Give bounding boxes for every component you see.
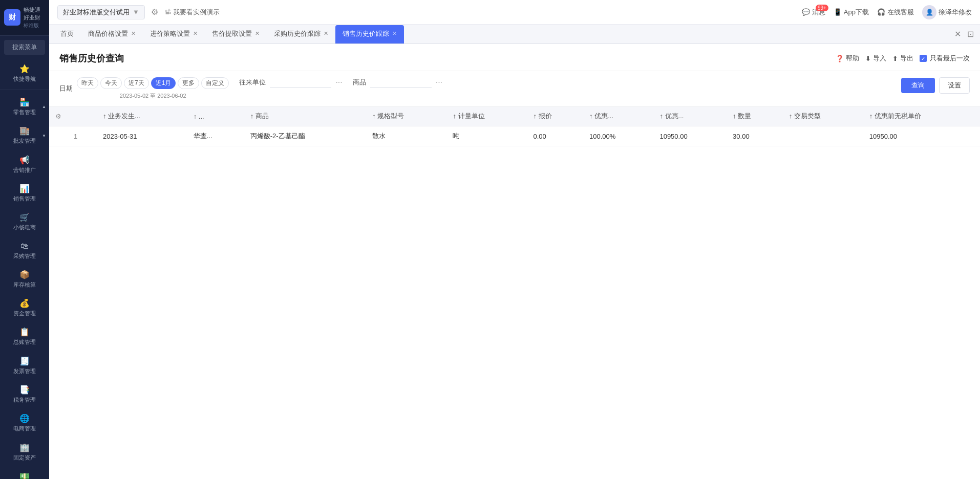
sidebar-item-ecommerce-small[interactable]: 🛒 小畅电商 — [0, 207, 49, 236]
only-last-label: 只看最后一次 — [930, 54, 970, 63]
ecommerce-small-label: 小畅电商 — [13, 224, 36, 231]
tab-home-label: 首页 — [60, 29, 74, 38]
sidebar-item-salary[interactable]: 💵 工资 — [0, 466, 49, 479]
th-more-label: ↑ ... — [194, 113, 204, 120]
th-unit[interactable]: ↑ 计量单位 — [446, 106, 527, 126]
only-last-checkbox[interactable]: ✓ — [920, 55, 927, 62]
sidebar-item-invoice[interactable]: 🧾 发票管理 — [0, 351, 49, 380]
sales-icon: 📊 — [19, 184, 30, 193]
th-trade-type[interactable]: ↑ 交易类型 — [783, 106, 863, 126]
tab-expand-button[interactable]: ⊡ — [965, 27, 976, 41]
date-range-display: 2023-05-02 至 2023-06-02 — [120, 92, 186, 100]
sidebar-item-accounting[interactable]: 📋 总账管理 — [0, 322, 49, 351]
only-last-checkbox-wrap[interactable]: ✓ 只看最后一次 — [920, 54, 970, 63]
retail-label: 零售管理 — [13, 108, 36, 116]
sidebar-item-tax[interactable]: 📑 税务管理 — [0, 380, 49, 408]
th-spec[interactable]: ↑ 规格型号 — [366, 106, 446, 126]
import-label: 导入 — [873, 54, 886, 63]
cell-unit: 吨 — [446, 126, 527, 146]
ecommerce-icon: 🌐 — [19, 413, 30, 423]
sidebar-item-marketing[interactable]: 📢 营销推广 — [0, 150, 49, 179]
th-pretax-price[interactable]: ↑ 优惠前无税单价 — [863, 106, 980, 126]
date-btn-custom[interactable]: 自定义 — [201, 77, 229, 89]
help-icon: ❓ — [836, 55, 844, 62]
sidebar-item-ecommerce[interactable]: 🌐 电商管理 — [0, 408, 49, 437]
fixed-assets-icon: 🏢 — [19, 443, 30, 452]
date-btn-more[interactable]: 更多 — [178, 77, 199, 89]
th-more[interactable]: ↑ ... — [187, 106, 244, 126]
date-btn-1month[interactable]: 近1月 — [151, 77, 176, 89]
help-label: 帮助 — [846, 54, 859, 63]
sidebar-item-fixed-assets[interactable]: 🏢 固定资产 — [0, 438, 49, 466]
export-label: 导出 — [900, 54, 913, 63]
online-service-label: 在线客服 — [887, 8, 914, 17]
tab-purchase-strategy[interactable]: 进价策略设置 ✕ — [143, 25, 205, 43]
cell-trade-type — [783, 126, 863, 146]
topbar-settings-icon[interactable]: ⚙ — [151, 7, 158, 17]
th-business-date[interactable]: ↑ 业务发生... — [97, 106, 187, 126]
th-trade-type-label: ↑ 交易类型 — [789, 112, 821, 120]
page-actions: ❓ 帮助 ⬇ 导入 ⬆ 导出 ✓ 只看最后一次 — [836, 54, 970, 63]
sidebar-item-retail[interactable]: 🏪 零售管理 — [0, 92, 49, 121]
th-gear: ⚙ — [49, 106, 68, 126]
version-text: 好业财标准版交付试用 — [63, 8, 130, 17]
tab-price-extract[interactable]: 售价提取设置 ✕ — [205, 25, 267, 43]
source-unit-filter-group: 往来单位 ··· — [239, 77, 342, 88]
th-product[interactable]: ↑ 商品 — [244, 106, 367, 126]
product-dots[interactable]: ··· — [436, 78, 442, 87]
invoice-label: 发票管理 — [13, 367, 36, 375]
marketing-label: 营销推广 — [13, 166, 36, 173]
export-button[interactable]: ⬆ 导出 — [892, 54, 913, 63]
sidebar-item-wholesale[interactable]: 🏬 批发管理 — [0, 121, 49, 149]
tab-home[interactable]: 首页 — [53, 25, 81, 43]
settings-button[interactable]: 设置 — [939, 77, 970, 94]
date-btn-yesterday[interactable]: 昨天 — [77, 77, 98, 89]
app-download-button[interactable]: 📱 App下载 — [834, 8, 869, 17]
tab-purchase-history[interactable]: 采购历史价跟踪 ✕ — [267, 25, 335, 43]
tab-purchase-history-close[interactable]: ✕ — [324, 30, 328, 37]
tax-label: 税务管理 — [13, 396, 36, 403]
th-price-label: ↑ 报价 — [533, 112, 551, 120]
user-name: 徐泽华修改 — [939, 8, 972, 17]
th-price[interactable]: ↑ 报价 — [527, 106, 583, 126]
th-business-date-label: ↑ 业务发生... — [103, 112, 140, 120]
date-filter-group: 日期 昨天 今天 近7天 近1月 更多 自定义 2023-05-02 至 202… — [59, 77, 229, 100]
user-menu-button[interactable]: 👤 徐泽华修改 — [922, 5, 972, 19]
help-button[interactable]: ❓ 帮助 — [836, 54, 859, 63]
source-unit-input[interactable] — [270, 77, 331, 88]
tab-sales-history-close[interactable]: ✕ — [392, 30, 397, 37]
source-unit-dots[interactable]: ··· — [335, 78, 342, 87]
sidebar-item-quick-nav[interactable]: ⭐ 快捷导航 — [0, 59, 49, 88]
table-row: 1 2023-05-31 华查... 丙烯酸-2-乙基己酯 散水 吨 0.00 … — [49, 126, 980, 146]
th-pretax-price-label: ↑ 优惠前无税单价 — [869, 112, 921, 120]
online-service-button[interactable]: 🎧 在线客服 — [877, 8, 914, 17]
column-settings-icon[interactable]: ⚙ — [55, 113, 61, 120]
date-filter-label: 日期 — [59, 84, 73, 93]
query-button[interactable]: 查询 — [901, 78, 935, 93]
sidebar-item-inventory[interactable]: 📦 库存核算 — [0, 265, 49, 293]
th-discount-pct[interactable]: ↑ 优惠... — [583, 106, 653, 126]
import-button[interactable]: ⬇ 导入 — [865, 54, 886, 63]
tab-sales-history[interactable]: 销售历史价跟踪 ✕ — [335, 25, 404, 43]
search-menu-button[interactable]: 搜索菜单 — [4, 40, 45, 55]
sidebar-item-sales[interactable]: 📊 销售管理 — [0, 179, 49, 207]
tab-product-price[interactable]: 商品价格设置 ✕ — [81, 25, 143, 43]
tab-purchase-strategy-close[interactable]: ✕ — [193, 30, 198, 37]
tab-price-extract-close[interactable]: ✕ — [255, 30, 260, 37]
user-avatar: 👤 — [922, 5, 936, 19]
th-quantity[interactable]: ↑ 数量 — [727, 106, 783, 126]
date-btn-today[interactable]: 今天 — [100, 77, 122, 89]
demo-button[interactable]: 📽 我要看实例演示 — [164, 8, 220, 17]
tab-product-price-close[interactable]: ✕ — [131, 30, 136, 37]
sidebar-item-finance[interactable]: 💰 资金管理 — [0, 293, 49, 322]
tab-close-button[interactable]: ✕ — [952, 27, 963, 41]
th-discount-amt[interactable]: ↑ 优惠... — [653, 106, 727, 126]
ecommerce-small-icon: 🛒 — [19, 212, 30, 222]
version-selector[interactable]: 好业财标准版交付试用 ▼ — [57, 5, 145, 19]
topbar-right: 💬 消息 99+ 📱 App下载 🎧 在线客服 👤 徐泽华修改 — [802, 5, 972, 19]
th-num — [68, 106, 97, 126]
messages-button[interactable]: 💬 消息 99+ — [802, 8, 825, 17]
product-input[interactable] — [370, 77, 432, 88]
sidebar-item-purchase[interactable]: 🛍 采购管理 — [0, 236, 49, 265]
date-btn-7days[interactable]: 近7天 — [124, 77, 149, 89]
